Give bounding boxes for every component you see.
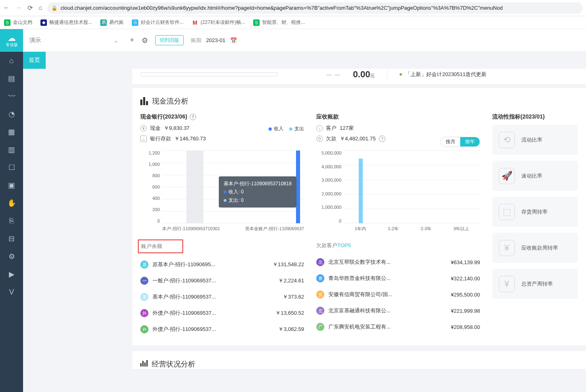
news-item[interactable]: 「上新」好会计20230511迭代更新: [400, 71, 487, 78]
badge-icon: 北: [316, 258, 324, 266]
ratio-icon: ⟲: [499, 132, 515, 148]
asset-icon: ¥: [499, 276, 515, 292]
receivables-title: 应收账款: [316, 113, 480, 121]
badge-icon: 外: [140, 325, 148, 333]
sidebar-item-home[interactable]: ⌂: [0, 52, 23, 70]
balance-title: 账户余额: [141, 243, 162, 249]
dot-icon: [400, 73, 402, 76]
period-selector[interactable]: 账期 2023-01 📅: [191, 37, 237, 44]
list-item[interactable]: 一一般户-招行-1109069537...￥2,224.61: [140, 273, 304, 289]
sidebar-item-print[interactable]: ⊟: [0, 230, 23, 248]
bookmark-label: 易代账: [109, 19, 124, 26]
rocket-icon: 🚀: [499, 168, 515, 184]
doc-icon: S: [4, 19, 11, 26]
chevron-down-icon: ⌄: [114, 37, 118, 44]
cash-bank-title: 现金银行(2023/06) ?: [140, 113, 304, 121]
home-button[interactable]: ⌂: [38, 4, 42, 12]
highlight-box: 账户余额: [138, 239, 183, 253]
sidebar-item-closing[interactable]: ✋: [0, 194, 23, 212]
add-button[interactable]: +: [130, 36, 134, 44]
list-item[interactable]: 安安徽有信商贸有限公司/国...¥295,500.00: [316, 286, 480, 303]
sidebar-item-v[interactable]: V: [0, 283, 23, 301]
liquidity-title: 流动性指标(2023/01): [492, 113, 578, 121]
list-item[interactable]: 广广东腾安机电安装工程有...¥208,958.00: [316, 319, 480, 335]
section-title-text: 经营状况分析: [152, 359, 195, 369]
bookmark-item[interactable]: 云好会计云财务软件...: [132, 19, 184, 26]
receivables-chart[interactable]: 5,000,0004,000,0003,000,000 2,000,0001,0…: [316, 150, 480, 235]
section-title-text: 现金流分析: [152, 96, 188, 106]
tab-home[interactable]: 首页: [23, 52, 46, 69]
list-item[interactable]: 外外债户-招行-1109069537...￥3,062.59: [140, 321, 304, 337]
y-axis: 5,000,0004,000,0003,000,000 2,000,0001,0…: [316, 150, 341, 223]
bar-income: [296, 150, 300, 223]
app-logo[interactable]: ☁ 专业版: [0, 29, 23, 52]
highlight-band: [186, 150, 203, 223]
liquidity-card[interactable]: ¥应收账款周转率: [492, 233, 578, 263]
period-value: 2023-01: [206, 37, 226, 43]
list-item[interactable]: 基基本户-招行-1109069537...￥373.62: [140, 289, 304, 305]
cash-bank-chart[interactable]: 1,2001,000800 6004002000 基本户-招行-11090695…: [140, 150, 304, 235]
y-axis: 1,2001,000800 6004002000: [140, 150, 160, 223]
legend: 收入 支出: [269, 125, 304, 132]
list-item[interactable]: 外外债户-招行-1109069537...￥13,650.52: [140, 305, 304, 321]
list-item[interactable]: 北北京富基融通科技有限公...¥221,999.98: [316, 303, 480, 319]
company-dropdown[interactable]: 演示 ⌄: [30, 37, 123, 44]
sidebar-item-invoice[interactable]: ☐: [0, 159, 23, 176]
help-icon[interactable]: ?: [379, 136, 385, 142]
search-box-placeholder[interactable]: [140, 72, 278, 76]
old-version-button[interactable]: 切到旧版: [155, 35, 184, 45]
news-text: 「上新」好会计20230511迭代更新: [405, 71, 487, 78]
bookmark-label: 畅捷通信息技术股...: [49, 19, 92, 26]
sidebar-item-salary[interactable]: ▥: [0, 141, 23, 159]
section-title: 经营状况分析: [140, 359, 578, 369]
bar-chart-icon: [140, 97, 148, 105]
main-area: 演示 ⌄ + ⚙ 切到旧版 账期 2023-01 📅 首页 — — 0.00元: [23, 29, 586, 392]
bookmark-label: 好会计云财务软件...: [141, 19, 184, 26]
settings-button[interactable]: ⚙: [142, 36, 148, 45]
sidebar-item-video[interactable]: ▶: [0, 265, 23, 283]
badge-icon: 广: [316, 323, 324, 331]
content-scroll[interactable]: — — 0.00元 「上新」好会计20230511迭代更新 现金流分析: [23, 69, 586, 392]
section-title: 现金流分析: [140, 96, 578, 106]
bookmark-label: (227封未读邮件)畅...: [201, 19, 245, 26]
sidebar-item-settings[interactable]: ⚙: [0, 248, 23, 265]
tabs-row: 首页: [23, 52, 586, 69]
bookmark-item[interactable]: M(227封未读邮件)畅...: [192, 19, 245, 26]
bookmark-item[interactable]: S智能票、财、税推...: [253, 19, 305, 26]
sidebar-item-tax[interactable]: ▣: [0, 176, 23, 194]
shield-icon: ◆: [40, 19, 47, 26]
liquidity-column: 流动性指标(2023/01) ⟲流动比率 🚀速动比率 ⬚存货周转率 ¥应收账款周…: [492, 113, 578, 337]
bookmark-item[interactable]: S金山文档: [4, 19, 32, 26]
calendar-icon: 📅: [230, 37, 237, 44]
sidebar-item-report[interactable]: 〰: [0, 87, 23, 105]
yen-icon: ¥: [140, 125, 147, 131]
list-item[interactable]: 青青岛华胜普金科技有限公...¥322,140.00: [316, 270, 480, 286]
liquidity-card[interactable]: 🚀速动比率: [492, 161, 578, 191]
reload-button[interactable]: ⟳: [28, 4, 33, 12]
liquidity-card[interactable]: ⬚存货周转率: [492, 197, 578, 227]
sidebar-item-voucher[interactable]: ▤: [0, 70, 23, 87]
url-text: cloud.chanjet.com/accounting/uw1eb00zy96…: [61, 5, 503, 11]
liquidity-card[interactable]: ¥总资产周转率: [492, 269, 578, 299]
sidebar-item-archive[interactable]: ⎘: [0, 212, 23, 230]
forward-button[interactable]: →: [15, 4, 22, 12]
sidebar-item-assets[interactable]: ▦: [0, 123, 23, 141]
legend-expense: 支出: [289, 125, 304, 132]
bookmark-item[interactable]: 易易代账: [100, 19, 124, 26]
help-icon[interactable]: ?: [190, 114, 196, 120]
list-item[interactable]: 北北京互帮联众数字技术有...¥634,139.99: [316, 254, 480, 270]
logo-text: 专业版: [6, 42, 18, 48]
list-item[interactable]: 原原基本户-招行-11090695...￥131,548.22: [140, 256, 304, 273]
toggle-year[interactable]: 按年: [460, 137, 480, 146]
sidebar-item-funds[interactable]: ◔: [0, 105, 23, 123]
bookmark-label: 智能票、财、税推...: [262, 19, 305, 26]
address-bar[interactable]: 🔒 cloud.chanjet.com/accounting/uw1eb00zy…: [47, 2, 583, 14]
back-button[interactable]: ←: [3, 4, 10, 12]
legend-income: 收入: [269, 125, 283, 132]
bookmark-item[interactable]: ◆畅捷通信息技术股...: [40, 19, 92, 26]
lock-icon: 🔒: [51, 5, 57, 11]
badge-icon: 外: [140, 309, 148, 317]
toggle-month[interactable]: 按月: [441, 137, 460, 146]
liquidity-card[interactable]: ⟲流动比率: [492, 125, 578, 155]
badge-icon: 安: [316, 290, 324, 299]
